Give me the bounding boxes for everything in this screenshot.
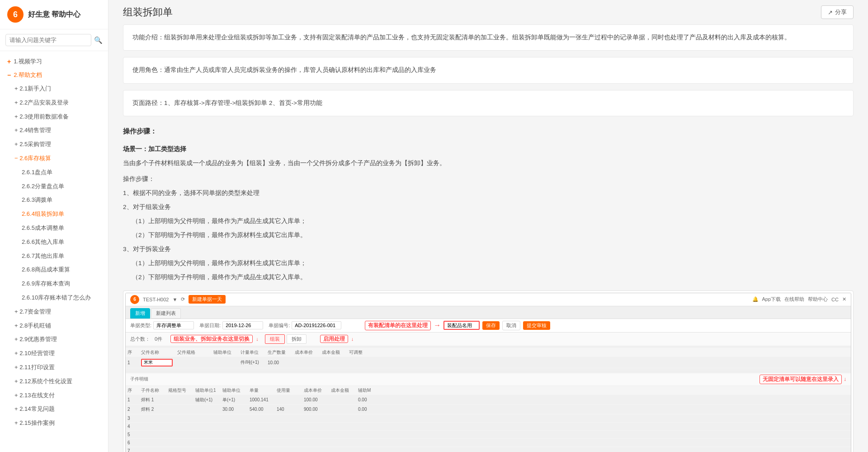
count-value: 0件: [155, 336, 162, 343]
sidebar-item-ledger-error[interactable]: 2.6.10库存账本错了怎么办: [0, 291, 108, 305]
sidebar-item-beginner[interactable]: + 2.1新手入门: [0, 82, 108, 96]
table-row: 7: [126, 447, 851, 452]
mockup-apps: App下载: [762, 296, 781, 303]
mockup-tab-new[interactable]: 新增: [130, 308, 150, 319]
arrow-down2-icon: ↓: [844, 376, 846, 382]
intro-text-2: 使用角色：通常由生产人员或库管人员完成拆装业务的操作，库管人员确认原材料的出库和…: [132, 67, 436, 73]
table-row: 2 焊料 2 30.00 540.00 140 900.00 0.00: [126, 405, 851, 414]
sidebar-item-other-in[interactable]: 2.6.6其他入库单: [0, 235, 108, 249]
sidebar-item-personalize[interactable]: + 2.12系统个性化设置: [0, 375, 108, 389]
expand-icon: +: [14, 350, 19, 357]
app-mockup: 6 TEST-H002 ▼ ⟳ 新建单据一天 🔔 App下载 在线帮助 帮助中心…: [125, 293, 851, 452]
annotation-bom: 有装配清单的在这里处理: [365, 321, 431, 330]
btn-save[interactable]: 保存: [482, 321, 500, 330]
sidebar-item-assembly[interactable]: 2.6.4组装拆卸单: [0, 207, 108, 221]
type-disassemble[interactable]: 拆卸: [287, 334, 307, 344]
ops-label: 操作步骤：: [123, 124, 854, 138]
expand-icon: +: [14, 322, 19, 329]
sidebar-item-inventory[interactable]: − 2.6库存核算: [0, 152, 108, 166]
sidebar-item-install[interactable]: + 2.2产品安装及登录: [0, 96, 108, 110]
intro-text-3: 页面路径：1、库存核算->库存管理->组装拆卸单 2、首页->常用功能: [132, 100, 322, 106]
field2-input[interactable]: [222, 321, 263, 329]
table-row: 1 焊料 1 辅助(+1) 单(+1) 1000.141 100.00 0.00: [126, 395, 851, 405]
sidebar-item-cost-adjust[interactable]: 2.6.5成本调整单: [0, 221, 108, 235]
sidebar-item-help-doc[interactable]: − 2.帮助文档: [0, 68, 108, 82]
mockup-test-id: TEST-H002: [143, 297, 169, 302]
sidebar-item-payment[interactable]: + 2.13在线支付: [0, 389, 108, 403]
intro-block-2: 使用角色：通常由生产人员或库管人员完成拆装业务的操作，库管人员确认原材料的出库和…: [123, 57, 854, 83]
sidebar-item-faq[interactable]: + 2.14常见问题: [0, 402, 108, 416]
annotation-no-bom: 无固定清单可以随意在这里录入: [760, 375, 842, 384]
sidebar-item-ledger-query[interactable]: 2.6.9库存账本查询: [0, 277, 108, 291]
annotation-enable: 启用处理: [320, 335, 348, 343]
type-assemble[interactable]: 组装: [265, 334, 285, 344]
share-button[interactable]: ↗ 分享: [821, 5, 854, 19]
sidebar-item-purchase[interactable]: + 2.5采购管理: [0, 138, 108, 152]
mockup-tab-list[interactable]: 新建列表: [151, 308, 181, 319]
annotation-type-switch: 组装业务、拆卸业务在这里切换: [170, 335, 253, 343]
step3-2: （2）下部明细为子件明细，最终作为产成品生成其它入库单。: [132, 271, 854, 283]
sidebar-item-sales[interactable]: + 2.4销售管理: [0, 124, 108, 138]
nav-tree: + 1.视频学习 − 2.帮助文档 + 2.1新手入门 + 2.2产品安装及登录…: [0, 51, 108, 452]
sidebar-item-data-prep[interactable]: + 2.3使用前数据准备: [0, 110, 108, 124]
step1: 1、根据不同的业务，选择不同单据的类型来处理: [123, 187, 854, 199]
expand-icon: +: [14, 308, 19, 315]
field4-input[interactable]: [443, 321, 480, 330]
table-lower-header: 序 子件名称 规格型号 辅助单位1 辅助单位 单量 使用量 成本单价 成本金额 …: [126, 386, 851, 395]
expand-icon: +: [14, 336, 19, 343]
expand-icon: +: [14, 127, 19, 133]
sidebar-item-cost-recalc[interactable]: 2.6.8商品成本重算: [0, 263, 108, 277]
sidebar-item-other-out[interactable]: 2.6.7其他出库单: [0, 249, 108, 263]
page-title: 组装拆卸单: [123, 5, 173, 19]
refresh-icon: ⟳: [181, 296, 185, 302]
sidebar-item-mobile[interactable]: + 2.8手机旺铺: [0, 319, 108, 333]
count-label: 总个数：: [130, 336, 150, 343]
sidebar-item-cases[interactable]: + 2.15操作案例: [0, 416, 108, 430]
search-input[interactable]: [5, 34, 91, 46]
btn-cancel[interactable]: 取消: [502, 321, 520, 330]
expand-icon: +: [14, 378, 19, 385]
sidebar: 6 好生意 帮助中心 🔍 + 1.视频学习 − 2.帮助文档 + 2.1新手入门…: [0, 0, 108, 452]
expand-icon: +: [14, 113, 19, 120]
sidebar-item-transfer[interactable]: 2.6.3调拨单: [0, 193, 108, 207]
search-box[interactable]: 🔍: [0, 29, 108, 51]
sidebar-item-coupon[interactable]: + 2.9优惠券管理: [0, 333, 108, 347]
btn-submit[interactable]: 提交审核: [523, 321, 550, 330]
steps-label: 操作步骤：: [123, 173, 854, 185]
table-upper-header: 序 父件名称 父件规格 辅助单位 计量单位 生产数量 成本单价 成本金额 可调整: [126, 348, 851, 357]
sidebar-item-label: 1.视频学习: [14, 57, 42, 66]
sidebar-item-video[interactable]: + 1.视频学习: [0, 55, 108, 68]
mockup-logo: 6: [130, 295, 139, 304]
sidebar-item-stocktake[interactable]: 2.6.1盘点单: [0, 166, 108, 180]
step2-2: （2）下部明细为子件明细，最终作为原材料生成其它出库单。: [132, 229, 854, 241]
sidebar-header: 6 好生意 帮助中心: [0, 0, 108, 29]
mockup-btn-new[interactable]: 新建单据一天: [189, 295, 226, 304]
table-row: 1 件/吨(+1) 10.00: [126, 357, 851, 368]
sidebar-item-finance[interactable]: + 2.7资金管理: [0, 305, 108, 319]
expand-icon: +: [14, 392, 19, 399]
field3-input[interactable]: [292, 321, 341, 329]
sidebar-item-operations[interactable]: + 2.10经营管理: [0, 347, 108, 361]
intro-text-1: 功能介绍：组装拆卸单用来处理企业组装或拆卸等加工业务，支持有固定装配清单的产品加…: [132, 34, 791, 41]
steps-content: 操作步骤： 场景一：加工类型选择 当由多个子件材料组装成一个成品的业务为【组装】…: [123, 124, 854, 283]
table-row: 6: [126, 439, 851, 447]
logo-icon: 6: [7, 6, 24, 23]
sidebar-item-print[interactable]: + 2.11打印设置: [0, 361, 108, 375]
sidebar-item-partial-stocktake[interactable]: 2.6.2分量盘点单: [0, 180, 108, 194]
chevron-down-icon: ▼: [172, 297, 177, 302]
mockup-center: 帮助中心: [808, 296, 828, 303]
field1-input[interactable]: [153, 321, 194, 329]
expand-icon: +: [7, 58, 11, 65]
expand-icon: +: [14, 405, 19, 412]
expand-icon: +: [14, 99, 19, 106]
intro-block-1: 功能介绍：组装拆卸单用来处理企业组装或拆卸等加工业务，支持有固定装配清单的产品加…: [123, 24, 854, 51]
parent-name-input[interactable]: [141, 359, 173, 366]
content-area: 功能介绍：组装拆卸单用来处理企业组装或拆卸等加工业务，支持有固定装配清单的产品加…: [108, 24, 868, 452]
search-button[interactable]: 🔍: [94, 36, 103, 44]
intro-block-3: 页面路径：1、库存核算->库存管理->组装拆卸单 2、首页->常用功能: [123, 90, 854, 116]
mockup-table-upper: 序 父件名称 父件规格 辅助单位 计量单位 生产数量 成本单价 成本金额 可调整…: [126, 348, 851, 368]
step3: 3、对于拆装业务: [123, 243, 854, 255]
sidebar-item-label: 2.帮助文档: [14, 71, 42, 79]
step2-1: （1）上部明细为父件明细，最终作为产成品生成其它入库单；: [132, 215, 854, 227]
expand-icon: +: [14, 141, 19, 147]
